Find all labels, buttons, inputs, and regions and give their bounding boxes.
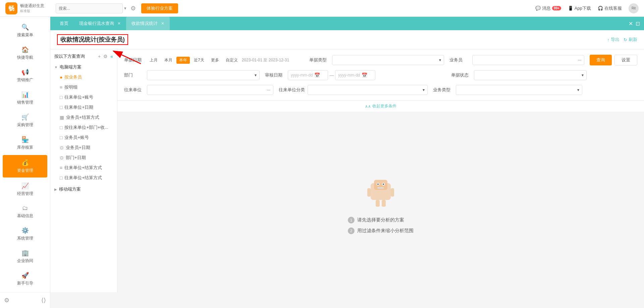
export-button[interactable]: ↑ 导出 (607, 37, 620, 43)
partner-cat-select[interactable]: ▾ (308, 85, 428, 95)
online-service-button[interactable]: 🎧 在线客服 (598, 5, 622, 11)
search-input[interactable] (56, 3, 123, 13)
sidebar-item-inventory[interactable]: 🏪 库存核算 (0, 132, 50, 154)
review-date-control: yyyy-mm-dd 📅 — yyyy-mm-dd 📅 (288, 70, 446, 80)
top-actions: 💬 消息 99+ 📱 App下载 🎧 在线客服 Rit (535, 3, 639, 13)
tab-home[interactable]: 首页 (54, 17, 74, 30)
gear-icon[interactable]: ⚙ (130, 5, 136, 12)
date-tab-this-month[interactable]: 本月 (162, 57, 175, 64)
scheme-add-icon[interactable]: + (98, 54, 101, 59)
filter-btn-group: 查询 设置 (590, 55, 637, 65)
tab-close-bank[interactable]: ✕ (117, 21, 121, 26)
dropdown-icon[interactable]: ▾ (124, 6, 126, 11)
date-control: 上月 本月 本年 近7天 更多 自定义 2023-01-01 至 2023-12… (147, 57, 304, 64)
scheme-item-partner-dept[interactable]: □ 按往来单位+部门+收... (50, 122, 117, 133)
salesman-select[interactable]: ··· (472, 55, 584, 65)
sales-icon: 📊 (21, 91, 29, 98)
svg-rect-6 (377, 187, 384, 189)
scheme-item-partner-account[interactable]: □ 往来单位+账号 (50, 92, 117, 102)
sidebar-item-basic[interactable]: 🗂 基础信息 (0, 201, 50, 223)
trial-button[interactable]: 体验行业方案 (141, 3, 178, 13)
page-header-actions: ↑ 导出 ↻ 刷新 (607, 37, 638, 43)
scheme-item-salesman-date[interactable]: ⊙ 业务员+日期 (50, 143, 117, 153)
review-date-from[interactable]: yyyy-mm-dd 📅 (288, 70, 328, 80)
scheme-item-partner-settle1[interactable]: ≡ 往来单位+结算方式 (50, 163, 117, 173)
doctype-select[interactable]: ▾ (332, 55, 444, 65)
messages-button[interactable]: 💬 消息 99+ (535, 5, 561, 11)
basic-icon: 🗂 (22, 205, 28, 212)
dot-icon: ··· (267, 88, 270, 92)
query-button[interactable]: 查询 (590, 55, 612, 65)
settings-button[interactable]: 设置 (614, 55, 637, 65)
settings-bottom-icon[interactable]: ⚙ (4, 297, 9, 304)
collapse-button[interactable]: ∧∧ 收起更多条件 (117, 101, 644, 112)
sidebar-item-shortcuts[interactable]: 🏠 快捷导航 (0, 42, 50, 64)
sidebar-item-finance[interactable]: 💰 资金管理 (3, 155, 47, 177)
scheme-group-pc: ▼ 电脑端方案 ● 按业务员 ≡ 按明细 □ 往 (50, 62, 117, 183)
close-window-icon[interactable]: ✕ (629, 20, 633, 27)
chevron-down-icon: ▾ (255, 73, 257, 78)
scheme-item-by-salesman[interactable]: ● 按业务员 (50, 72, 117, 82)
scheme-item-partner-date[interactable]: □ 往来单位+日期 (50, 102, 117, 112)
biztype-select[interactable]: ▾ (456, 85, 582, 95)
collapse-sidebar-icon[interactable]: ⟨⟩ (41, 297, 46, 304)
scheme-item-dept-date[interactable]: ⊙ 部门+日期 (50, 153, 117, 163)
chevron-right-icon: ▶ (54, 188, 57, 191)
scheme-group-mobile-header[interactable]: ▶ 移动端方案 (50, 184, 117, 194)
ellipsis-icon: ··· (578, 58, 581, 62)
docstatus-select[interactable]: ▾ (474, 70, 587, 80)
maximize-icon[interactable]: ⊡ (636, 20, 640, 27)
app-download-button[interactable]: 📱 App下载 (568, 5, 591, 11)
sidebar-nav: 🔍 搜索菜单 🏠 快捷导航 📢 营销推广 📊 销售管理 🛒 采购管 (0, 17, 50, 292)
phone-icon: 📱 (568, 6, 573, 11)
tab-collection-stats[interactable]: 收款情况统计 ✕ (126, 17, 170, 30)
filter-panel: 按以下方案查询 + ⚙ « ▼ 电脑端方案 ● 按业务员 (50, 49, 644, 292)
sidebar-item-sales[interactable]: 📊 销售管理 (0, 87, 50, 109)
partner-select[interactable]: ··· (147, 85, 273, 95)
salesman-label: 业务员 (449, 57, 470, 63)
date-range-text: 2023-01-01 至 2023-12-31 (242, 57, 289, 63)
scheme-collapse-icon[interactable]: « (110, 54, 113, 59)
user-avatar[interactable]: Rit (629, 3, 639, 13)
sidebar-item-purchase[interactable]: 🛒 采购管理 (0, 109, 50, 132)
chevron-down-icon: ▾ (577, 88, 579, 92)
filter-review-date-item: 审核日期 yyyy-mm-dd 📅 — yyyy-mm-dd (265, 70, 446, 80)
scheme-title: 按以下方案查询 (54, 53, 95, 59)
sidebar-item-search[interactable]: 🔍 搜索菜单 (0, 19, 50, 42)
empty-tip-1: 1 请先选择要分析的方案 (348, 217, 414, 223)
scheme-settings-icon[interactable]: ⚙ (103, 54, 108, 59)
sidebar-item-system[interactable]: ⚙️ 系统管理 (0, 223, 50, 245)
collapse-area: ∧∧ 收起更多条件 (117, 100, 644, 112)
svg-point-5 (383, 184, 384, 185)
tab-bank-flow[interactable]: 现金银行流水查询 ✕ (74, 17, 126, 30)
sidebar-item-company[interactable]: 🏢 企业协同 (0, 245, 50, 268)
tab-close-collection[interactable]: ✕ (161, 21, 164, 26)
scheme-item-salesman-payment[interactable]: ▦ 业务员+结算方式 (50, 112, 117, 122)
review-date-to[interactable]: yyyy-mm-dd 📅 (335, 70, 375, 80)
date-tab-this-year[interactable]: 本年 (176, 57, 190, 64)
scheme-item-partner-settle2[interactable]: □ 往来单位+结算方式 (50, 173, 117, 183)
empty-tip-2: 2 用过滤条件来缩小分析范围 (348, 227, 414, 234)
dept-select[interactable]: ▾ (147, 70, 260, 80)
sidebar-item-guide[interactable]: 🚀 新手引导 (0, 268, 50, 290)
filter-date-item: 单据日期 上月 本月 本年 近7天 更多 自定义 (124, 57, 304, 64)
date-tab-7days[interactable]: 近7天 (191, 57, 207, 64)
scheme-group-mobile: ▶ 移动端方案 (50, 184, 117, 194)
sidebar-item-operations[interactable]: 📈 经营管理 (0, 178, 50, 201)
filter-dept-item: 部门 ▾ (124, 70, 260, 80)
filter-partner-item: 往来单位 ··· (124, 85, 273, 95)
scheme-item-salesman-acct[interactable]: □ 业务员+账号 (50, 133, 117, 143)
refresh-button[interactable]: ↻ 刷新 (624, 37, 637, 43)
filter-biztype-item: 业务类型 ▾ (433, 85, 582, 95)
scheme-item-by-detail[interactable]: ≡ 按明细 (50, 82, 117, 92)
filter-row-3: 往来单位 ··· 往来单位分类 ▾ (124, 85, 637, 95)
tab-bar: 首页 现金银行流水查询 ✕ 收款情况统计 ✕ ✕ ⊡ (50, 17, 644, 30)
page-title: 收款情况统计(按业务员) (57, 34, 128, 45)
date-tab-custom[interactable]: 自定义 (223, 57, 240, 64)
date-tab-more[interactable]: 更多 (208, 57, 222, 64)
scheme-group-pc-header[interactable]: ▼ 电脑端方案 (50, 62, 117, 72)
date-tab-last-month[interactable]: 上月 (147, 57, 160, 64)
company-icon: 🏢 (21, 249, 29, 257)
sidebar-item-marketing[interactable]: 📢 营销推广 (0, 64, 50, 87)
inventory-icon: 🏪 (21, 136, 29, 143)
